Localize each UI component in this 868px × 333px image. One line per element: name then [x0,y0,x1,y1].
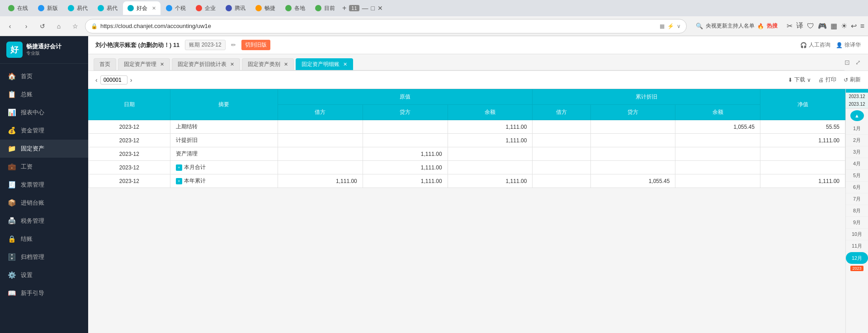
browser-tab-11[interactable]: 目前 [311,1,340,15]
service-button[interactable]: 🎧 人工咨询 [800,41,830,49]
bookmark-button[interactable]: ☆ [69,20,81,33]
sidebar-item-payroll[interactable]: 💼 工资 [0,158,88,176]
tab-favicon-10 [285,5,292,11]
guide-icon: 📖 [7,289,16,298]
tab-asset-category[interactable]: 固定资产类别 ✕ [242,58,294,70]
print-button[interactable]: 🖨 打印 [818,76,836,84]
th-date: 日期 [89,89,170,120]
download-button[interactable]: ⬇ 下载 ∨ [788,76,811,84]
home-button[interactable]: ⌂ [52,20,65,33]
browser-tab-6[interactable]: 个税 [161,1,190,15]
tab-close-dep-stats[interactable]: ✕ [230,61,234,67]
row1-orig-credit [363,120,448,134]
tab-label-8: 腾讯 [235,5,245,12]
menu-tool[interactable]: ≡ [860,22,864,30]
sidebar-item-archive[interactable]: 🗄️ 归档管理 [0,248,88,266]
sidebar-item-funds[interactable]: 💰 资金管理 [0,122,88,140]
browser-tab-5[interactable]: 好会 ✕ [123,1,160,15]
table-row: 2023-12 资产清理 1,111.00 [89,147,845,161]
month-1[interactable]: 1月 [846,123,868,135]
tab-home[interactable]: 首页 [94,58,116,70]
tab-close-5[interactable]: ✕ [152,5,156,11]
grid-tool[interactable]: ▦ [830,22,837,30]
version-switch-button[interactable]: 切到旧版 [241,40,270,50]
period-badge: 账期 2023-12 [185,40,225,50]
row4-net-value [760,161,845,174]
sidebar-item-tax[interactable]: 🖨️ 税务管理 [0,212,88,230]
sidebar-item-stock[interactable]: 📦 进销台账 [0,194,88,212]
browser-tab-2[interactable]: 新版 [33,1,62,15]
month-12[interactable]: 12月 [846,252,868,264]
sun-tool[interactable]: ☀ [841,22,847,30]
tab-label-2: 新版 [47,5,58,12]
month-2[interactable]: 2月 [846,135,868,146]
month-8[interactable]: 8月 [846,205,868,217]
month-4[interactable]: 4月 [846,158,868,170]
window-minimize[interactable]: — [362,5,368,12]
browser-tab-10[interactable]: 各地 [281,1,310,15]
sidebar-item-settings[interactable]: ⚙️ 设置 [0,266,88,284]
tab-close-asset-detail[interactable]: ✕ [343,61,347,67]
month-7[interactable]: 7月 [846,193,868,205]
sidebar-item-close[interactable]: 🔒 结账 [0,230,88,248]
sidebar-item-home[interactable]: 🏠 首页 [0,67,88,85]
reload-button[interactable]: ↺ [36,20,49,33]
browser-tab-8[interactable]: 腾讯 [221,1,250,15]
row4-orig-credit: 1,111.00 [363,161,448,174]
scissors-tool[interactable]: ✂ [787,22,793,30]
tab-close-asset-cat[interactable]: ✕ [284,61,288,67]
dropdown-icon[interactable]: ∨ [677,23,681,29]
tab-depreciation-stats[interactable]: 固定资产折旧统计表 ✕ [172,58,240,70]
sidebar-item-fixed-assets[interactable]: 📁 固定资产 [0,140,88,158]
refresh-label: 刷新 [850,76,861,84]
sidebar-item-ledger[interactable]: 📋 总账 [0,85,88,103]
expand-icon[interactable]: ⤢ [855,59,861,66]
month-10[interactable]: 10月 [846,229,868,240]
month-9[interactable]: 9月 [846,217,868,229]
ledger-icon: 📋 [7,90,16,99]
sidebar-item-invoice[interactable]: 🧾 发票管理 [0,176,88,194]
browser-tab-3[interactable]: 易代 [63,1,92,15]
browser-tab-7[interactable]: 企业 [191,1,220,15]
tab-close-fa-mgmt[interactable]: ✕ [160,61,164,67]
tab-fixed-assets-mgmt[interactable]: 固定资产管理 ✕ [118,58,170,70]
window-maximize[interactable]: □ [371,5,375,12]
browser-tab-1[interactable]: 在线 [4,1,33,15]
shield-tool[interactable]: 🛡 [807,22,814,30]
sidebar-item-reports[interactable]: 📊 报表中心 [0,103,88,122]
month-3[interactable]: 3月 [846,146,868,158]
prev-page-button[interactable]: ‹ [95,76,98,84]
browser-tab-4[interactable]: 易代 [93,1,122,15]
search-icon: 🔍 [696,23,703,29]
sidebar-item-guide[interactable]: 📖 新手引导 [0,284,88,302]
address-bar[interactable]: 🔒 https://cloud.chanjet.com/accounting/u… [85,19,687,33]
window-close[interactable]: ✕ [377,5,383,12]
back-button[interactable]: ‹ [4,20,16,33]
translate-tool[interactable]: 译 [796,21,803,31]
total-month-icon: + [176,164,182,171]
edit-icon[interactable]: ✏ [231,42,236,48]
period-scroll-up[interactable]: ▲ [850,110,864,121]
forward-button[interactable]: › [20,20,33,33]
game-tool[interactable]: 🎮 [818,22,827,30]
browser-tab-9[interactable]: 畅捷 [251,1,280,15]
next-page-button[interactable]: › [130,76,132,84]
user-button[interactable]: 👤 徐译华 [836,41,861,49]
lightning-icon[interactable]: ⚡ [667,23,674,29]
collapse-icon[interactable]: ⊡ [844,59,850,66]
tab-home-label: 首页 [99,61,110,68]
row2-orig-balance: 1,111.00 [448,134,533,147]
month-list: 1月 2月 3月 4月 5月 6月 7月 8月 9月 10月 11月 12月 [846,123,868,264]
qr-icon[interactable]: ▦ [660,23,665,29]
month-11[interactable]: 11月 [846,240,868,252]
undo-tool[interactable]: ↩ [851,22,857,30]
search-text: 央视更新主持人名单 [706,22,755,30]
page-input[interactable] [100,75,127,84]
tab-asset-detail[interactable]: 固定资产明细账 ✕ [296,58,353,70]
month-6[interactable]: 6月 [846,182,868,193]
month-5[interactable]: 5月 [846,170,868,182]
refresh-button[interactable]: ↺ 刷新 [844,76,861,84]
th-orig-balance: 余额 [448,105,533,120]
new-tab-button[interactable]: + [342,4,346,12]
row5-orig-debit: 1,111.00 [278,174,363,188]
